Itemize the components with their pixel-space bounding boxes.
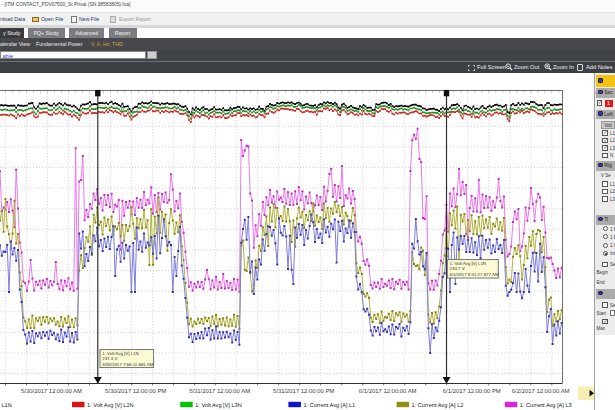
svg-text:6/2/2017 12:00:00 AM: 6/2/2017 12:00:00 AM <box>512 388 570 395</box>
svg-text:5/30/2017 12:00:00 AM: 5/30/2017 12:00:00 AM <box>21 388 82 395</box>
svg-text:6/1/2017 12:00:00 PM: 6/1/2017 12:00:00 PM <box>443 388 501 395</box>
svg-text:1: Current Avg [A] L2: 1: Current Avg [A] L2 <box>412 402 464 409</box>
svg-text:1: Current Avg [A] L1: 1: Current Avg [A] L1 <box>303 402 355 409</box>
svg-text:5/30/2017 12:00:00 PM: 5/30/2017 12:00:00 PM <box>105 388 166 395</box>
svg-text:5/30/2017 7:56:11.881 AM: 5/30/2017 7:56:11.881 AM <box>102 362 154 367</box>
svg-text:1: Volt Avg [V] L2N: 1: Volt Avg [V] L2N <box>87 402 134 409</box>
svg-text:5/31/2017 12:00:00 AM: 5/31/2017 12:00:00 AM <box>189 388 250 395</box>
svg-text:L1N: L1N <box>2 403 12 409</box>
svg-text:6/1/2017 9:41:27.877 AM: 6/1/2017 9:41:27.877 AM <box>450 272 499 277</box>
svg-text:1: Volt Avg [V] L3N: 1: Volt Avg [V] L3N <box>195 402 242 409</box>
svg-text:237.4 V: 237.4 V <box>102 356 117 361</box>
svg-text:1: Volt Avg [V] L1N: 1: Volt Avg [V] L1N <box>102 351 139 356</box>
svg-text:1: Volt Avg [V] L1N: 1: Volt Avg [V] L1N <box>450 261 487 266</box>
svg-text:1: Current Avg [A] L3: 1: Current Avg [A] L3 <box>520 402 572 409</box>
svg-text:5/31/2017 12:00:00 PM: 5/31/2017 12:00:00 PM <box>273 388 334 395</box>
svg-text:6/1/2017 12:00:00 AM: 6/1/2017 12:00:00 AM <box>359 388 417 395</box>
svg-text:234.7 V: 234.7 V <box>450 266 465 271</box>
